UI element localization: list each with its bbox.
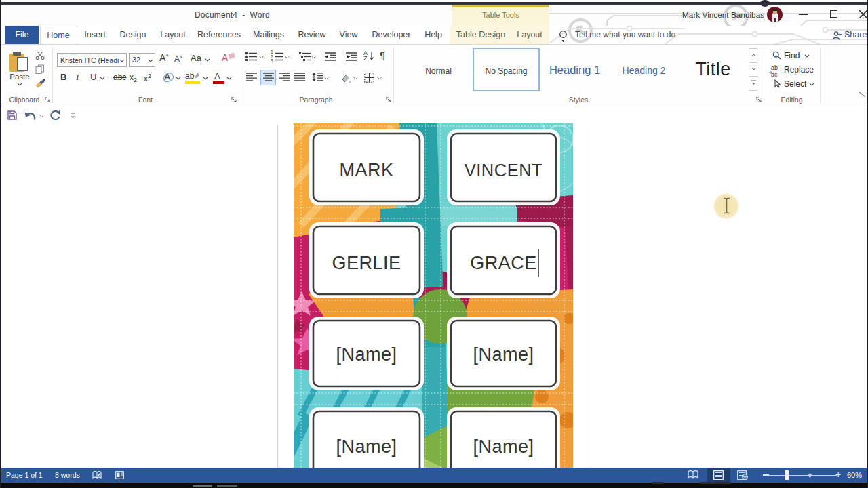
svg-text:GERLIE: GERLIE	[332, 253, 401, 273]
svg-text:[Name]: [Name]	[336, 344, 397, 365]
svg-text:[Name]: [Name]	[473, 344, 534, 365]
svg-text:GRACE: GRACE	[470, 253, 537, 273]
svg-text:MARK: MARK	[339, 160, 393, 180]
svg-text:VINCENT: VINCENT	[465, 161, 542, 180]
svg-text:[Name]: [Name]	[336, 436, 397, 457]
svg-text:[Name]: [Name]	[473, 436, 534, 457]
